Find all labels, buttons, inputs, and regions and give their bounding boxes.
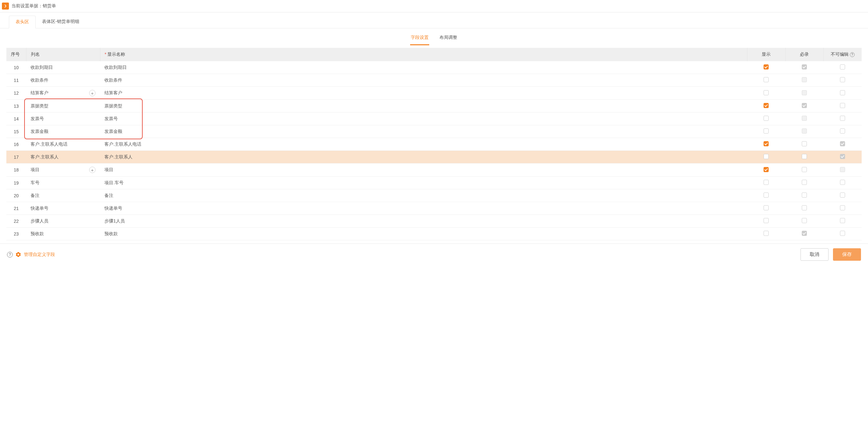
cell-name: 项目+	[26, 164, 100, 177]
cell-display-name[interactable]: 备注	[100, 189, 747, 202]
show-checkbox[interactable]	[764, 64, 769, 69]
show-checkbox[interactable]	[764, 90, 769, 95]
cell-required	[785, 177, 824, 189]
cell-display-name[interactable]: 发票号	[100, 113, 747, 125]
show-checkbox[interactable]	[764, 116, 769, 121]
cell-readonly	[824, 215, 862, 228]
cell-display-name[interactable]: 项目	[100, 164, 747, 177]
readonly-checkbox[interactable]	[840, 90, 845, 95]
subtab-1[interactable]: 布局调整	[439, 33, 458, 45]
cell-name: 客户.主联系人电话	[26, 138, 100, 151]
field-name-text: 车号	[31, 180, 39, 186]
cell-required	[785, 228, 824, 240]
cell-readonly	[824, 87, 862, 100]
add-button[interactable]: +	[89, 167, 95, 173]
cell-display-name[interactable]: 客户.主联系人	[100, 151, 747, 164]
readonly-checkbox[interactable]	[840, 218, 845, 223]
cell-seq: 19	[6, 177, 26, 189]
field-name-text: 收款到期日	[31, 65, 53, 70]
required-checkbox[interactable]	[802, 154, 807, 159]
required-checkbox[interactable]	[802, 180, 807, 185]
required-checkbox	[802, 77, 807, 82]
readonly-checkbox	[840, 141, 845, 146]
show-checkbox[interactable]	[764, 167, 769, 172]
cell-display-name[interactable]: 快递单号	[100, 202, 747, 215]
show-checkbox[interactable]	[764, 180, 769, 185]
readonly-checkbox[interactable]	[840, 77, 845, 82]
cell-readonly	[824, 74, 862, 87]
show-checkbox[interactable]	[764, 77, 769, 82]
cell-readonly	[824, 189, 862, 202]
cell-required	[785, 100, 824, 113]
cell-display-name[interactable]: 客户.主联系人电话	[100, 138, 747, 151]
required-checkbox	[802, 128, 807, 134]
show-checkbox[interactable]	[764, 205, 769, 210]
show-checkbox[interactable]	[764, 193, 769, 198]
cell-show	[747, 215, 785, 228]
cell-display-name[interactable]: 收款条件	[100, 74, 747, 87]
readonly-checkbox[interactable]	[840, 103, 845, 108]
subtab-0[interactable]: 字段设置	[410, 33, 429, 45]
readonly-checkbox	[840, 154, 845, 159]
cancel-button[interactable]: 取消	[801, 248, 829, 261]
readonly-checkbox[interactable]	[840, 205, 845, 210]
cell-display-name[interactable]: 发票金额	[100, 125, 747, 138]
cell-seq: 15	[6, 125, 26, 138]
cell-display-name[interactable]: 收款到期日	[100, 61, 747, 74]
cell-show	[747, 100, 785, 113]
cell-seq: 23	[6, 228, 26, 240]
question-icon[interactable]: ?	[7, 252, 13, 258]
field-name-text: 客户.主联系人电话	[31, 142, 67, 147]
field-name-text: 备注	[31, 193, 39, 199]
show-checkbox[interactable]	[764, 128, 769, 134]
cell-seq: 12	[6, 87, 26, 100]
manage-custom-fields-link[interactable]: 管理自定义字段	[24, 252, 55, 258]
cell-seq: 18	[6, 164, 26, 177]
table-row: 16客户.主联系人电话客户.主联系人电话	[6, 138, 862, 151]
cell-display-name[interactable]: 票据类型	[100, 100, 747, 113]
table-row: 19车号项目.车号	[6, 177, 862, 189]
required-checkbox[interactable]	[802, 167, 807, 172]
required-checkbox[interactable]	[802, 205, 807, 210]
readonly-checkbox[interactable]	[840, 116, 845, 121]
required-checkbox[interactable]	[802, 141, 807, 146]
show-checkbox[interactable]	[764, 103, 769, 108]
field-name-text: 发票金额	[31, 129, 49, 135]
show-checkbox[interactable]	[764, 141, 769, 146]
readonly-checkbox[interactable]	[840, 128, 845, 134]
cell-display-name[interactable]: 步骤1人员	[100, 215, 747, 228]
readonly-checkbox[interactable]	[840, 193, 845, 198]
cell-readonly	[824, 100, 862, 113]
tab-0[interactable]: 表头区	[9, 16, 36, 28]
show-checkbox[interactable]	[764, 218, 769, 223]
show-checkbox[interactable]	[764, 154, 769, 159]
field-name-text: 发票号	[31, 116, 44, 122]
tab-1[interactable]: 表体区-销货单明细	[36, 16, 86, 28]
required-checkbox[interactable]	[802, 218, 807, 223]
save-button[interactable]: 保存	[833, 248, 861, 261]
cell-display-name[interactable]: 项目.车号	[100, 177, 747, 189]
cell-required	[785, 164, 824, 177]
expand-toggle-button[interactable]	[2, 3, 9, 9]
field-name-text: 项目	[31, 167, 39, 173]
cell-name: 票据类型	[26, 100, 100, 113]
cell-display-name[interactable]: 预收款	[100, 228, 747, 240]
required-checkbox	[802, 231, 807, 236]
readonly-checkbox[interactable]	[840, 180, 845, 185]
required-checkbox[interactable]	[802, 193, 807, 198]
cell-show	[747, 113, 785, 125]
add-button[interactable]: +	[89, 90, 95, 96]
help-icon[interactable]: ?	[850, 52, 855, 57]
readonly-checkbox[interactable]	[840, 64, 845, 69]
cell-name: 收款条件	[26, 74, 100, 87]
cell-readonly	[824, 164, 862, 177]
title-bar: 当前设置单据： 销货单	[0, 0, 868, 12]
cell-display-name[interactable]: 结算客户	[100, 87, 747, 100]
field-settings-table: 序号 列名 *显示名称 显示 必录 不可编辑? 10收款到期日收款到期日11收款…	[6, 48, 862, 240]
cell-name: 备注	[26, 189, 100, 202]
readonly-checkbox[interactable]	[840, 231, 845, 236]
cell-name: 预收款	[26, 228, 100, 240]
show-checkbox[interactable]	[764, 231, 769, 236]
cell-show	[747, 87, 785, 100]
cell-required	[785, 189, 824, 202]
